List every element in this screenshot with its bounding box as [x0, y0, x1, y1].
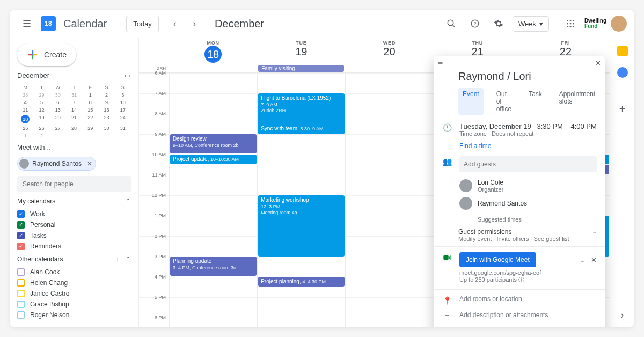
event-type-tab[interactable]: Out of office: [492, 88, 516, 115]
create-button[interactable]: Create: [17, 43, 76, 66]
event-type-tab[interactable]: Appointment slots: [555, 88, 599, 115]
add-description-input[interactable]: Add description or attachments: [459, 311, 597, 319]
mini-day[interactable]: 21: [66, 115, 82, 123]
calendar-toggle[interactable]: Roger Nelson: [17, 311, 131, 319]
mini-day[interactable]: 4: [17, 100, 33, 105]
day-column[interactable]: [345, 73, 433, 327]
chevron-down-icon[interactable]: ⌄: [580, 256, 586, 264]
mini-day[interactable]: 7: [66, 100, 82, 105]
mini-prev-month[interactable]: ‹: [124, 71, 126, 79]
drag-handle-icon[interactable]: ═: [438, 59, 443, 67]
day-header-cell[interactable]: WED20: [345, 38, 433, 64]
mini-day[interactable]: 13: [50, 107, 66, 113]
add-calendar-icon[interactable]: +: [116, 255, 120, 263]
collapse-icon[interactable]: ⌃: [126, 197, 131, 205]
mini-day[interactable]: 3: [115, 92, 131, 98]
mini-day[interactable]: 29: [82, 126, 98, 131]
mini-day[interactable]: 29: [33, 92, 49, 98]
suggested-times-link[interactable]: Suggested times: [478, 216, 597, 223]
chip-remove-icon[interactable]: ✕: [87, 160, 92, 167]
mini-day[interactable]: 18: [17, 115, 33, 123]
calendar-toggle[interactable]: Janice Castro: [17, 290, 131, 297]
close-icon[interactable]: ✕: [595, 59, 601, 67]
mini-day[interactable]: 1: [17, 133, 33, 138]
mini-day[interactable]: 20: [50, 115, 66, 123]
prev-period-button[interactable]: ‹: [165, 14, 185, 33]
day-header-cell[interactable]: MON18: [169, 38, 257, 64]
calendar-toggle[interactable]: Work: [17, 210, 131, 218]
mini-day[interactable]: 10: [115, 100, 131, 105]
mini-day[interactable]: 8: [82, 100, 98, 105]
mini-day[interactable]: 26: [33, 126, 49, 131]
mini-day[interactable]: 14: [66, 107, 82, 113]
mini-day[interactable]: 6: [50, 100, 66, 105]
apps-grid-icon[interactable]: [561, 14, 580, 33]
mini-day[interactable]: 2: [33, 133, 49, 138]
mini-day[interactable]: 5: [33, 100, 49, 105]
mini-day[interactable]: 16: [98, 107, 114, 113]
calendar-event[interactable]: Project planning, 4–4:30 PM: [258, 277, 345, 287]
mini-day[interactable]: 1: [82, 92, 98, 98]
mini-day[interactable]: 17: [115, 107, 131, 113]
mini-day[interactable]: 27: [50, 126, 66, 131]
mini-day[interactable]: 12: [33, 107, 49, 113]
calendar-toggle[interactable]: Reminders: [17, 243, 131, 250]
calendar-event[interactable]: Project update, 10–10:30 AM: [170, 155, 257, 164]
mini-day[interactable]: 22: [82, 115, 98, 123]
mini-day[interactable]: 28: [17, 92, 33, 98]
view-selector[interactable]: Week▾: [513, 16, 549, 32]
mini-day[interactable]: 28: [66, 126, 82, 131]
day-column[interactable]: Flight to Barcelona (LX 1952)7–9 AMZüric…: [257, 73, 345, 327]
next-period-button[interactable]: ›: [185, 14, 204, 33]
find-time-link[interactable]: Find a time: [459, 142, 597, 150]
expand-rail-icon[interactable]: ›: [621, 310, 624, 321]
add-guests-input[interactable]: [459, 156, 597, 172]
calendar-event[interactable]: Sync with team, 8:30–9 AM: [258, 124, 345, 134]
calendar-event[interactable]: Marketing workshop12–3 PMMeeting room 4a: [258, 195, 345, 257]
day-column[interactable]: Design review9–10 AM, Conference room 2b…: [169, 73, 257, 327]
mini-day[interactable]: 31: [66, 92, 82, 98]
event-title-input[interactable]: Raymond / Lori: [434, 70, 605, 83]
mini-day[interactable]: 9: [98, 100, 114, 105]
event-type-tab[interactable]: Event: [458, 88, 484, 115]
chevron-down-icon[interactable]: ⌄: [592, 228, 597, 235]
account-avatar[interactable]: [611, 16, 627, 32]
allday-event[interactable]: Family visiting: [258, 65, 344, 72]
join-meet-button[interactable]: Join with Google Meet: [459, 252, 536, 267]
mini-next-month[interactable]: ›: [129, 71, 131, 79]
meet-with-chip[interactable]: Raymond Santos ✕: [17, 157, 96, 171]
calendar-toggle[interactable]: Tasks: [17, 232, 131, 239]
calendar-toggle[interactable]: Helen Chang: [17, 279, 131, 287]
mini-day[interactable]: 25: [17, 126, 33, 131]
today-button[interactable]: Today: [126, 16, 159, 32]
search-people-input[interactable]: [17, 176, 131, 192]
help-icon[interactable]: ?: [465, 14, 485, 33]
calendar-toggle[interactable]: Alan Cook: [17, 268, 131, 276]
event-type-tab[interactable]: Task: [524, 88, 546, 115]
mini-day[interactable]: 24: [115, 115, 131, 123]
mini-day[interactable]: 2: [98, 92, 114, 98]
info-icon[interactable]: ⓘ: [518, 276, 524, 283]
add-location-input[interactable]: Add rooms or location: [459, 295, 597, 303]
menu-icon[interactable]: ☰: [17, 14, 36, 33]
mini-day[interactable]: 19: [33, 115, 49, 123]
calendar-event[interactable]: Design review9–10 AM, Conference room 2b: [170, 134, 257, 153]
day-header-cell[interactable]: TUE19: [257, 38, 345, 64]
collapse-icon[interactable]: ⌃: [126, 255, 131, 263]
remove-meet-icon[interactable]: ✕: [591, 256, 597, 264]
add-addon-icon[interactable]: +: [619, 103, 626, 115]
calendar-toggle[interactable]: Personal: [17, 221, 131, 229]
mini-day[interactable]: 30: [50, 92, 66, 98]
calendar-toggle[interactable]: Grace Bishop: [17, 301, 131, 308]
tasks-icon[interactable]: [617, 67, 628, 78]
keep-icon[interactable]: [617, 46, 628, 56]
mini-day[interactable]: 15: [82, 107, 98, 113]
mini-day[interactable]: 30: [98, 126, 114, 131]
mini-day[interactable]: 11: [17, 107, 33, 113]
calendar-event[interactable]: Planning update3–4 PM, Conference room 3…: [170, 257, 257, 276]
mini-day[interactable]: 23: [98, 115, 114, 123]
mini-calendar[interactable]: MTWTFSS282930311234567891011121314151617…: [17, 85, 131, 138]
mini-day[interactable]: 31: [115, 126, 131, 131]
settings-icon[interactable]: [489, 14, 508, 33]
search-icon[interactable]: [442, 14, 461, 33]
